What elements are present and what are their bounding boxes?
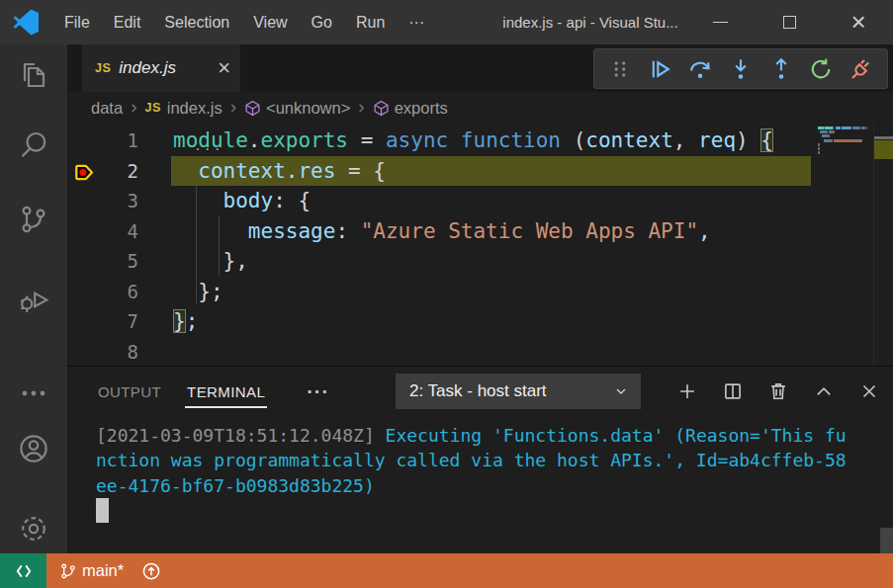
drag-handle-icon[interactable] — [607, 56, 633, 82]
settings-gear-icon[interactable] — [17, 512, 50, 546]
breadcrumb-separator: › — [350, 96, 372, 120]
tab-index-js[interactable]: JS index.js × — [82, 44, 240, 92]
code-line-4: 4 message: "Azure Static Web Apps API", — [67, 216, 893, 247]
code-line-text[interactable]: body: { — [173, 189, 311, 212]
breadcrumb-label: data — [91, 99, 123, 118]
restart-icon[interactable] — [808, 56, 834, 82]
js-file-icon: JS — [95, 61, 111, 75]
minimap-line — [818, 126, 867, 129]
maximize-icon[interactable] — [755, 0, 824, 44]
code-line-text[interactable]: }, — [173, 249, 248, 273]
code-line-5: 5 }, — [67, 246, 893, 277]
minimap-line — [818, 130, 836, 133]
close-window-icon[interactable]: × — [824, 0, 893, 44]
close-tab-icon[interactable]: × — [218, 57, 230, 79]
line-number: 5 — [101, 250, 138, 272]
breadcrumb-item-2[interactable]: JSindex.js — [144, 99, 222, 118]
remote-indicator[interactable] — [0, 553, 46, 588]
publish-changes-button[interactable] — [141, 561, 161, 581]
run-and-debug-icon[interactable] — [17, 282, 50, 315]
menu-item-selection[interactable]: Selection — [152, 0, 241, 44]
gutter-glyph-margin[interactable] — [67, 246, 101, 277]
vscode-window: FileEditSelectionViewGoRun··· index.js -… — [0, 0, 893, 588]
menu-item-moremoremore[interactable]: ··· — [397, 0, 436, 44]
maximize-panel-icon[interactable] — [812, 379, 836, 403]
breadcrumb-item-3[interactable]: <unknown> — [244, 99, 350, 118]
line-number: 8 — [101, 341, 138, 363]
vscode-logo-icon — [13, 10, 39, 36]
branch-status-item[interactable]: main* — [59, 561, 124, 580]
breadcrumb-separator: › — [123, 96, 144, 120]
more-views-icon[interactable] — [17, 377, 50, 410]
line-number: 7 — [101, 310, 138, 332]
terminal-scrollbar[interactable] — [880, 528, 893, 554]
panel-tab-terminal[interactable]: TERMINAL — [185, 378, 267, 406]
line-number: 1 — [101, 129, 138, 151]
gutter-glyph-margin[interactable] — [67, 306, 101, 337]
breadcrumb-item-4[interactable]: exports — [373, 99, 448, 118]
account-icon[interactable] — [17, 432, 50, 465]
code-line-text[interactable]: message: "Azure Static Web Apps API", — [173, 219, 711, 243]
search-icon[interactable] — [17, 128, 50, 162]
minimap-line — [818, 143, 824, 146]
terminal-picker-dropdown[interactable]: 2: Task - host start — [396, 374, 641, 409]
panel-header: OUTPUTTERMINAL ··· 2: Task - host start — [67, 367, 893, 416]
minimap[interactable] — [813, 124, 873, 366]
disconnect-icon[interactable] — [848, 56, 874, 82]
chevron-down-icon — [613, 383, 629, 399]
gutter-glyph-margin[interactable] — [67, 337, 101, 367]
title-bar: FileEditSelectionViewGoRun··· index.js -… — [0, 0, 893, 44]
step-out-icon[interactable] — [768, 56, 794, 82]
split-terminal-icon[interactable] — [721, 379, 745, 403]
continue-icon[interactable] — [648, 56, 673, 82]
status-bar: main* — [0, 553, 893, 588]
panel-more-actions-icon[interactable]: ··· — [307, 380, 329, 403]
minimap-line — [818, 151, 820, 154]
new-terminal-icon[interactable] — [675, 379, 699, 403]
overview-ruler — [873, 124, 893, 366]
code-line-6: 6 }; — [67, 277, 893, 307]
symbol-namespace-icon — [373, 100, 395, 117]
step-over-icon[interactable] — [687, 56, 713, 82]
menu-item-file[interactable]: File — [52, 0, 102, 44]
gutter-glyph-margin[interactable] — [67, 126, 101, 156]
gutter-glyph-margin[interactable] — [67, 186, 101, 216]
menu-item-go[interactable]: Go — [300, 0, 344, 44]
panel-actions — [675, 374, 881, 409]
breadcrumb-item-1[interactable]: data — [91, 99, 123, 118]
gutter-glyph-margin[interactable] — [67, 277, 101, 307]
menu-item-view[interactable]: View — [241, 0, 299, 44]
menu-item-run[interactable]: Run — [344, 0, 397, 44]
breakpoint-current-line-icon[interactable] — [67, 156, 101, 187]
breadcrumb: data›JSindex.js›<unknown>›exports — [67, 92, 893, 124]
step-into-icon[interactable] — [728, 56, 754, 82]
minimize-icon[interactable] — [685, 0, 755, 44]
editor-tab-bar: JS index.js × — [67, 44, 893, 92]
code-line-8: 8 — [67, 337, 893, 367]
panel-tab-output[interactable]: OUTPUT — [96, 378, 163, 406]
source-control-icon[interactable] — [17, 203, 50, 236]
bottom-panel: OUTPUTTERMINAL ··· 2: Task - host start … — [67, 366, 893, 553]
code-editor[interactable]: 1module.exports = async function (contex… — [67, 124, 893, 366]
minimap-line — [818, 134, 830, 137]
kill-terminal-icon[interactable] — [766, 379, 790, 403]
code-line-text[interactable]: }; — [173, 280, 223, 303]
terminal-line: nction was programmatically called via t… — [96, 448, 873, 472]
ruler-marker-gray — [874, 136, 893, 139]
code-line-text[interactable]: context.res = { — [173, 159, 386, 183]
close-panel-icon[interactable] — [857, 379, 881, 403]
remote-icon — [15, 562, 33, 580]
js-file-icon: JS — [144, 101, 160, 115]
code-line-2: 2 context.res = { — [67, 156, 893, 187]
terminal-output[interactable]: [2021-03-09T18:51:12.048Z] Executing 'Fu… — [96, 423, 873, 526]
terminal-picker-value: 2: Task - host start — [409, 381, 547, 401]
gutter-glyph-margin[interactable] — [67, 216, 101, 247]
line-number: 2 — [101, 160, 138, 182]
breadcrumb-label: <unknown> — [266, 99, 350, 118]
menu-item-edit[interactable]: Edit — [102, 0, 153, 44]
code-line-text[interactable]: module.exports = async function (context… — [173, 128, 773, 152]
code-line-text[interactable]: }; — [173, 309, 198, 333]
source-control-branch-icon — [59, 562, 77, 580]
ruler-marker-current-line — [874, 140, 893, 159]
explorer-icon[interactable] — [17, 58, 50, 92]
